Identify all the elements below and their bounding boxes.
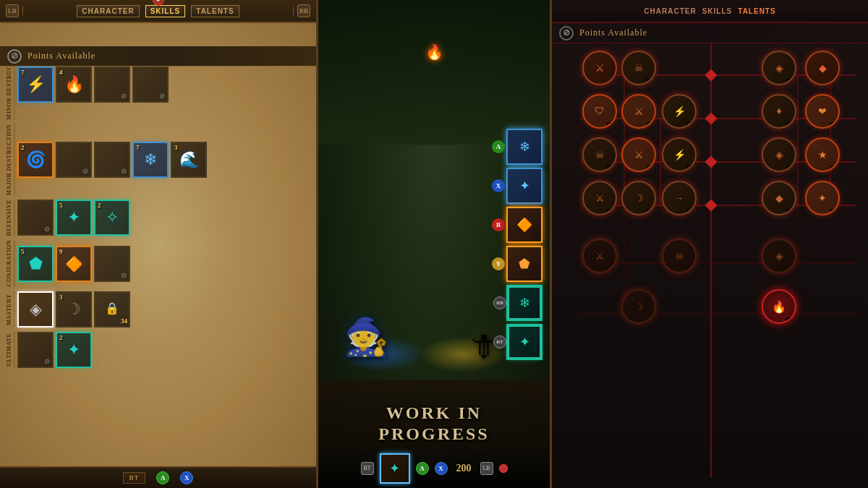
character-btn-right[interactable]: CHARACTER [644,7,696,15]
talent-node-20[interactable]: ⚔ [582,239,617,273]
skill-slot-13[interactable]: 5 ⬟ [17,246,54,282]
talents-btn-right[interactable]: TALENTS [738,7,775,15]
skill-bar-y[interactable]: ⬟ Y [506,246,542,282]
talent-node-3[interactable]: ◈ 0/5 [762,51,796,85]
skill-slot-2[interactable]: 4 🔥 [56,67,92,103]
skill-bar-y-icon: ⬟ [508,247,541,281]
tn11-icon: ⚔ [634,149,644,161]
skill-slot-9[interactable]: 3 🌊 [171,142,207,178]
right-nav-bar: LB | CHARACTER SKILLS TALENTS | RB [552,0,868,23]
bottom-skill-slot[interactable]: ✦ [380,453,410,484]
main-container: LB | CHARACTER SKILLS TALENTS | RB + ⊘ P… [0,0,868,488]
talent-node-4[interactable]: ◆ [805,51,840,85]
slot-icon-11: ✦ [67,208,80,227]
talent-node-21[interactable]: ☠ [662,239,697,273]
lb-btn-left[interactable]: LB [6,4,19,17]
bt-btn-center[interactable]: BT [361,462,374,475]
talent-node-5[interactable]: 🛡 5/5 [582,94,617,129]
tn16-count: 0/5 [646,209,655,215]
slot-num-9: 3 [174,144,178,151]
skill-slot-10[interactable]: ⊘ [17,200,54,236]
talent-node-13[interactable]: ◈ 0/5 [762,137,796,172]
talent-node-2[interactable]: ☠ 0/5 [621,51,656,85]
talent-node-23[interactable]: ☽ [621,289,656,324]
ultimate-label: Ultimate [4,332,15,368]
tn6-count: 5/5 [646,122,655,128]
x-btn-left[interactable]: X [180,471,193,484]
skill-slot-5[interactable]: 2 🌀 [17,142,54,178]
skill-bar-b-icon: 🔶 [508,208,541,241]
skill-slot-7[interactable]: ⊘ [94,142,130,178]
lb-btn-center[interactable]: LB [480,462,493,475]
talent-node-16[interactable]: ☽ 0/5 [621,181,656,215]
skill-slot-16[interactable]: ◈ [17,291,54,328]
rb-btn-left[interactable]: RB [297,4,310,17]
talent-node-9[interactable]: ❤ 5/5 [805,94,840,129]
character-right: 🗡 [467,328,499,365]
tn7-count: 5/5 [686,122,696,128]
tn23-icon: ☽ [634,301,644,313]
talent-node-22[interactable]: ◈ [762,239,796,273]
skills-btn-right[interactable]: SKILLS [702,7,733,15]
x-btn-center[interactable]: X [435,462,448,475]
skill-bar-rb-label: RB [493,296,506,309]
svg-rect-7 [705,156,718,168]
talent-node-24[interactable]: 🔥 1/1 [762,289,796,324]
talent-node-19[interactable]: ✦ 5/5 [805,181,840,215]
skill-bar-rt[interactable]: ✦ RT [506,324,542,360]
slot-locknum-18: 34 [121,317,127,325]
talents-btn-left[interactable]: TALENTS [191,5,239,17]
mastery-label: Mastery [4,291,15,328]
skill-slot-12[interactable]: 2 ✧ [94,200,130,236]
talent-node-8[interactable]: ♦ 0/5 [762,94,796,129]
talent-node-12[interactable]: ⚡ 0/5 [662,137,697,172]
skill-slot-8[interactable]: 7 ❄ [132,142,169,178]
talent-node-7[interactable]: ⚡ 5/5 [662,94,697,129]
skill-slot-3[interactable]: ⊘ [94,67,130,103]
talent-node-11[interactable]: ⚔ 5/5 [621,137,656,172]
skill-slot-20[interactable]: 2 ✦ [56,332,92,368]
skill-slot-14[interactable]: 9 🔶 [56,246,92,282]
bottom-skill-icon: ✦ [389,461,400,476]
conjuration-slots: 5 ⬟ 9 🔶 ⊘ [17,246,130,282]
skill-bar-x[interactable]: ✦ X [506,168,542,204]
skill-slot-19[interactable]: ⊘ [17,332,54,368]
skill-slot-15[interactable]: ⊘ [94,246,130,282]
skill-slot-17[interactable]: 3 ☽ [56,291,92,328]
tn12-count: 0/5 [686,166,696,171]
a-btn-left[interactable]: A [156,471,169,484]
tn17-count: 0/5 [686,209,696,215]
tn14-count: 5/5 [830,166,839,171]
talent-node-1[interactable]: ⚔ [582,51,617,85]
slot-num-2: 4 [59,69,63,76]
talent-node-14[interactable]: ★ 5/5 [805,137,840,172]
skill-bar-rb[interactable]: ❄ RB [506,285,542,321]
center-bottom: BT ✦ A X 200 LB [318,448,550,488]
slot-lock-15: ⊘ [121,271,127,279]
character-btn-left[interactable]: CHARACTER [77,5,139,17]
tn14-icon: ★ [818,149,827,161]
skill-bar: ❄ A ✦ X 🔶 B ⬟ [506,129,542,360]
skill-slot-11[interactable]: 5 ✦ [56,200,92,236]
ultimate-row: Ultimate ⊘ 2 ✦ [4,332,312,368]
skill-bar-a[interactable]: ❄ A [506,129,542,165]
talent-node-6[interactable]: ⚔ 5/5 [621,94,656,129]
tn5-count: 5/5 [607,122,616,128]
skill-bar-b[interactable]: 🔶 B [506,207,542,243]
skill-bar-a-icon: ❄ [508,130,541,163]
skills-btn-left[interactable]: SKILLS [145,5,186,17]
skill-slot-1[interactable]: 7 ⚡ [17,67,54,103]
talent-node-10[interactable]: ☠ 0/5 [582,137,617,172]
talent-node-17[interactable]: → 0/5 [662,181,697,215]
slot-num-13: 5 [21,248,25,255]
skill-slot-6[interactable]: ⊘ [56,142,92,178]
talent-node-18[interactable]: ◆ 0/5 [762,181,796,215]
no-points-icon: ⊘ [7,49,22,64]
tn15-icon: ⚔ [595,192,605,205]
a-btn-center[interactable]: A [416,462,429,475]
skill-slot-4[interactable]: ⊘ [132,67,169,103]
slot-icon-20: ✦ [67,341,80,359]
talent-node-15[interactable]: ⚔ 0/5 [582,181,617,215]
bt-btn-left[interactable]: BT [123,472,146,484]
skill-slot-18[interactable]: 34 🔒 [94,291,130,328]
